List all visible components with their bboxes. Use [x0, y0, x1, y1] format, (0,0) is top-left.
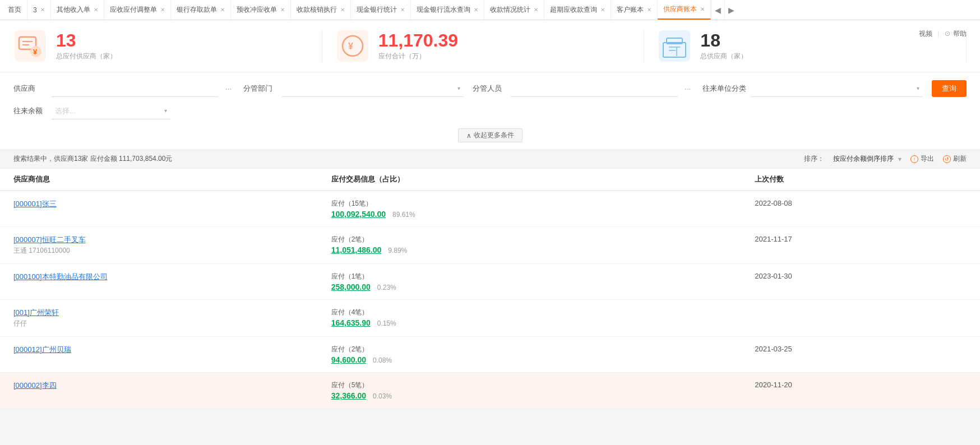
close-icon[interactable]: ✕ [160, 7, 165, 13]
total-supplier-icon [658, 29, 691, 63]
nav-tab-ar-ap-adjust-label: 应收应付调整单 [110, 5, 157, 15]
person-dots-button[interactable]: ··· [682, 84, 694, 93]
nav-tab-supplier-ledger[interactable]: 供应商账本 ✕ [658, 0, 711, 20]
filter-item-person: 分管人员 ··· [473, 80, 694, 97]
nav-tab-supplier-ledger-label: 供应商账本 [663, 4, 697, 14]
video-link[interactable]: 视频 [919, 30, 932, 38]
trans-amount[interactable]: 100,092,540.00 [331, 210, 386, 219]
close-icon[interactable]: ✕ [400, 7, 405, 13]
chevron-down-icon: ▾ [457, 85, 460, 91]
nav-tab-ar-ap-adjust[interactable]: 应收应付调整单 ✕ [104, 0, 171, 20]
supplier-link[interactable]: [000002]李四 [13, 381, 57, 390]
supplier-dots-button[interactable]: ··· [223, 84, 234, 93]
collapse-button[interactable]: ∧ 收起更多条件 [458, 128, 523, 142]
trans-amount-row: 11,051,486.00 9.89% [331, 244, 755, 254]
trans-amount[interactable]: 32,366.00 [331, 391, 366, 400]
trans-amount-row: 258,000.00 0.23% [331, 281, 755, 291]
person-input[interactable] [511, 80, 678, 97]
close-icon[interactable]: ✕ [340, 7, 345, 13]
nav-tab-customer-ledger-label: 客户账本 [617, 5, 644, 15]
transaction-cell: 应付（4笔） 164,635.90 0.15% [331, 308, 755, 327]
unit-class-select[interactable]: ▾ [751, 80, 923, 97]
total-suppliers-label: 总供应商（家） [700, 52, 747, 61]
supplier-input[interactable] [52, 80, 219, 97]
supplier-link[interactable]: [000001]张三 [13, 200, 57, 208]
close-icon[interactable]: ✕ [94, 7, 98, 13]
supplier-link[interactable]: [000100]本特勤油品有限公司 [13, 272, 108, 281]
supplier-info-cell: [001]广州荣轩 仔仔 [13, 308, 331, 328]
trans-amount[interactable]: 94,600.00 [331, 355, 366, 364]
transaction-cell: 应付（2笔） 11,051,486.00 9.89% [331, 235, 755, 254]
lastpay-cell: 2022-08-08 [755, 199, 967, 207]
summary-text-ap-suppliers: 13 总应付供应商（家） [56, 31, 117, 61]
close-icon[interactable]: ✕ [600, 7, 605, 13]
trans-pct: 89.61% [392, 211, 415, 219]
sort-select[interactable]: 按应付余额倒序排序 ▾ [833, 154, 902, 164]
nav-tab-overdue-ar[interactable]: 超期应收款查询 ✕ [544, 0, 611, 20]
close-icon[interactable]: ✕ [700, 6, 705, 12]
table-row: [000007]恒旺二手叉车 王通 17106110000 应付（2笔） 11,… [0, 227, 980, 264]
supplier-filter-label: 供应商 [13, 84, 47, 94]
results-summary-text: 搜索结果中，供应商13家 应付金额 111,703,854.00元 [13, 154, 172, 164]
trans-amount[interactable]: 258,000.00 [331, 282, 371, 291]
total-suppliers-number: 18 [700, 31, 747, 49]
lastpay-date: 2020-11-20 [755, 381, 792, 389]
total-ap-icon: ¥ [336, 29, 369, 63]
table-row: [000001]张三 应付（15笔） 100,092,540.00 89.61%… [0, 191, 980, 227]
department-select[interactable]: ▾ [281, 80, 464, 97]
nav-tab-receipt-stat-label: 收款情况统计 [490, 5, 530, 15]
lastpay-date: 2021-11-17 [755, 235, 792, 243]
nav-tab-customer-ledger[interactable]: 客户账本 ✕ [611, 0, 658, 20]
supplier-link[interactable]: [001]广州荣轩 [13, 308, 59, 317]
top-right-links: 视频 | ⊙ 帮助 [919, 29, 967, 39]
nav-tab-other-income-label: 其他收入单 [57, 5, 90, 15]
table-row: [000012]广州贝瑞 应付（2笔） 94,600.00 0.08% 2021… [0, 337, 980, 373]
trans-label: 应付（2笔） [331, 235, 755, 244]
nav-tab-bank-deposit-label: 银行存取款单 [177, 5, 217, 15]
nav-tab-cash-bank-flow[interactable]: 现金银行流水查询 ✕ [411, 0, 484, 20]
chevron-down-icon: ▾ [898, 155, 902, 163]
nav-tab-home[interactable]: 首页 [2, 0, 27, 20]
supplier-link[interactable]: [000007]恒旺二手叉车 [13, 235, 86, 244]
chevron-down-icon: ▾ [164, 108, 167, 114]
lastpay-cell: 2021-03-25 [755, 345, 967, 353]
supplier-info-cell: [000002]李四 [13, 381, 331, 391]
transaction-cell: 应付（5笔） 32,366.00 0.03% [331, 381, 755, 400]
export-icon: ↑ [910, 155, 918, 163]
table-row: [001]广州荣轩 仔仔 应付（4笔） 164,635.90 0.15% [0, 300, 980, 337]
nav-tab-bank-deposit[interactable]: 银行存取款单 ✕ [171, 0, 231, 20]
nav-next-arrow[interactable]: ▶ [724, 0, 738, 20]
nav-tab-3[interactable]: 3 ✕ [27, 0, 51, 20]
nav-tab-other-income[interactable]: 其他收入单 ✕ [51, 0, 104, 20]
summary-item-total-suppliers: 18 总供应商（家） [644, 29, 967, 63]
chevron-up-icon: ∧ [466, 132, 471, 140]
supplier-sub: 仔仔 [13, 319, 331, 328]
close-icon[interactable]: ✕ [280, 7, 285, 13]
close-icon[interactable]: ✕ [474, 7, 478, 13]
export-button[interactable]: ↑ 导出 [910, 154, 934, 164]
nav-tab-3-label: 3 [33, 6, 37, 14]
trans-amount[interactable]: 164,635.90 [331, 318, 371, 327]
person-filter-label: 分管人员 [473, 84, 506, 94]
close-icon[interactable]: ✕ [534, 7, 538, 13]
query-button[interactable]: 查询 [932, 80, 967, 97]
close-icon[interactable]: ✕ [40, 7, 45, 13]
trans-pct: 0.08% [373, 356, 392, 364]
refresh-button[interactable]: ↺ 刷新 [943, 154, 967, 164]
summary-item-total-ap: ¥ 11,170.39 应付合计（万） [322, 29, 645, 63]
supplier-info-cell: [000007]恒旺二手叉车 王通 17106110000 [13, 235, 331, 256]
balance-select[interactable]: 选择... ▾ [52, 103, 170, 119]
nav-tab-receipt-stat[interactable]: 收款情况统计 ✕ [484, 0, 544, 20]
close-icon[interactable]: ✕ [647, 7, 651, 13]
nav-tab-prepay-ar[interactable]: 预收冲应收单 ✕ [231, 0, 291, 20]
balance-placeholder: 选择... [55, 106, 76, 116]
nav-tab-receipt-verify[interactable]: 收款核销执行 ✕ [291, 0, 351, 20]
help-link[interactable]: ⊙ 帮助 [945, 30, 967, 38]
header-lastpay: 上次付数 [755, 174, 967, 184]
supplier-link[interactable]: [000012]广州贝瑞 [13, 345, 71, 354]
trans-amount[interactable]: 11,051,486.00 [331, 245, 382, 254]
department-filter-label: 分管部门 [243, 84, 277, 94]
nav-tab-cash-bank-stat[interactable]: 现金银行统计 ✕ [351, 0, 411, 20]
nav-prev-arrow[interactable]: ◀ [711, 0, 724, 20]
close-icon[interactable]: ✕ [220, 7, 225, 13]
